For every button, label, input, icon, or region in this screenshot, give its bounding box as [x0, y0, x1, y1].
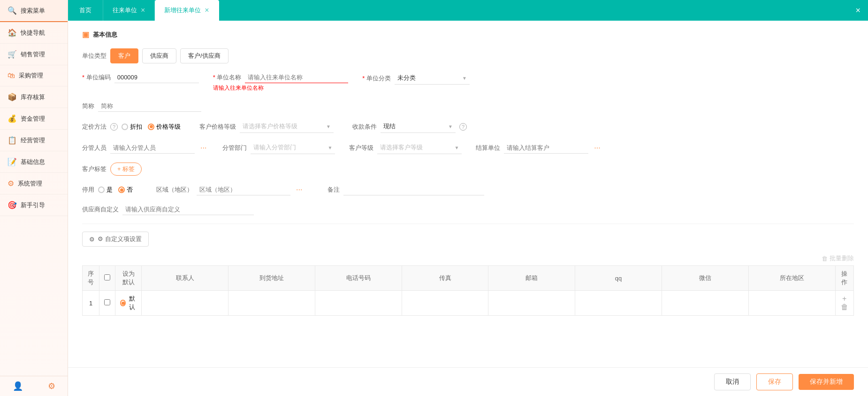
unit-category-select[interactable]: 未分类 ▼ [395, 72, 470, 85]
cell-contact[interactable] [142, 291, 228, 316]
custom-settings-button[interactable]: ⚙ ⚙ 自定义项设置 [82, 232, 149, 247]
supplier-custom-label: 供应商自定义 [82, 205, 119, 214]
close-all-button[interactable]: × [848, 0, 868, 21]
cell-phone[interactable] [315, 291, 402, 316]
disabled-label: 停用 [82, 186, 94, 194]
manager-input[interactable] [110, 142, 195, 154]
cell-qq[interactable] [575, 291, 662, 316]
manager-more-btn[interactable]: ··· [198, 144, 208, 152]
sidebar-item-basic[interactable]: 📝 基础信息 [0, 151, 68, 173]
add-tag-button[interactable]: + 标签 [110, 163, 142, 176]
th-checkbox [99, 266, 115, 291]
settlement-unit-input[interactable] [504, 142, 588, 154]
phone-input[interactable] [320, 298, 397, 309]
sidebar-label-basic: 基础信息 [21, 158, 45, 166]
sidebar-item-operations[interactable]: 📋 经营管理 [0, 130, 68, 151]
radio-disabled-no[interactable]: 否 [118, 186, 133, 194]
address-input[interactable] [233, 298, 310, 309]
sidebar-label-sales: 销售管理 [21, 50, 45, 59]
remark-input[interactable] [343, 184, 484, 195]
user-icon[interactable]: 👤 [13, 381, 23, 391]
sidebar-item-guide[interactable]: 🎯 新手引导 [0, 194, 68, 216]
unit-btn-both[interactable]: 客户/供应商 [180, 48, 228, 63]
contact-input[interactable] [146, 298, 223, 309]
fax-input[interactable] [407, 298, 484, 309]
box-icon: 📦 [8, 93, 17, 101]
radio-price-level[interactable]: 价格等级 [148, 123, 181, 131]
th-contact: 联系人 [142, 266, 228, 291]
chevron-down-icon: ▼ [462, 76, 467, 81]
pricing-method-label: 定价方法 [82, 123, 107, 131]
settlement-unit-label: 结算单位 [476, 144, 500, 152]
remark-label: 备注 [327, 186, 340, 194]
radio-disabled-yes[interactable]: 是 [98, 186, 113, 194]
chevron-down-icon2: ▼ [326, 124, 331, 129]
unit-name-input[interactable] [245, 72, 348, 83]
sidebar-label-finance: 资金管理 [21, 115, 45, 123]
tab-new-partner-close[interactable]: × [205, 6, 209, 15]
payment-help-icon[interactable]: ? [459, 123, 467, 131]
disabled-radio-group: 是 否 [98, 186, 133, 194]
table-row: 1 默认 [83, 291, 854, 316]
sidebar-item-inventory[interactable]: 📦 库存核算 [0, 86, 68, 108]
batch-delete-label[interactable]: 批量删除 [830, 254, 854, 263]
tab-home[interactable]: 首页 [68, 0, 103, 21]
save-and-new-button[interactable]: 保存并新增 [799, 374, 854, 390]
pricing-help-icon[interactable]: ? [110, 123, 118, 131]
unit-type-row: 单位类型 客户 供应商 客户/供应商 [82, 48, 854, 63]
cell-region[interactable] [748, 291, 835, 316]
wechat-input[interactable] [667, 298, 744, 309]
sidebar-item-purchase[interactable]: 🛍 采购管理 [0, 65, 68, 86]
short-name-input[interactable] [98, 101, 201, 112]
tab-partner[interactable]: 往来单位 × [103, 0, 155, 21]
cell-checkbox [99, 291, 115, 316]
sidebar-item-search[interactable]: 🔍 搜索菜单 [0, 0, 68, 22]
unit-code-input[interactable] [114, 72, 199, 83]
settlement-more-btn[interactable]: ··· [592, 144, 602, 152]
supplier-custom-input[interactable] [122, 204, 254, 215]
money-icon: 💰 [8, 114, 17, 123]
sidebar-item-quicknav[interactable]: 🏠 快捷导航 [0, 22, 68, 44]
sidebar-item-sales[interactable]: 🛒 销售管理 [0, 44, 68, 65]
table-select-all[interactable] [104, 274, 110, 280]
tab-bar: 首页 往来单位 × 新增往来单位 × × [68, 0, 868, 21]
disabled-row: 停用 是 否 区域（地区） ··· 备注 [82, 184, 854, 195]
row-default-radio[interactable]: 默认 [120, 295, 137, 311]
th-wechat: 微信 [662, 266, 748, 291]
cell-wechat[interactable] [662, 291, 748, 316]
payment-terms-label: 收款条件 [352, 123, 377, 131]
unit-name-col: * 单位名称 请输入往来单位名称 [213, 72, 349, 92]
tab-partner-close[interactable]: × [141, 6, 145, 15]
email-input[interactable] [493, 298, 570, 309]
row-checkbox[interactable] [104, 299, 110, 305]
sidebar-item-system[interactable]: ⚙ 系统管理 [0, 173, 68, 194]
sidebar-item-finance[interactable]: 💰 资金管理 [0, 108, 68, 130]
pricing-method-field: 定价方法 ? 折扣 价格等级 [82, 123, 181, 131]
unit-btn-customer[interactable]: 客户 [110, 48, 138, 63]
settings-icon[interactable]: ⚙ [48, 381, 55, 391]
delete-icon: 🗑 [822, 255, 828, 262]
tab-new-partner[interactable]: 新增往来单位 × [155, 0, 219, 21]
customer-price-level-select[interactable]: 请选择客户价格等级 ▼ [240, 120, 334, 133]
qq-input[interactable] [580, 298, 657, 309]
manager-label: 分管人员 [82, 144, 107, 152]
sidebar-label-purchase: 采购管理 [19, 71, 43, 80]
region-input[interactable] [197, 184, 290, 195]
main-area: 首页 往来单位 × 新增往来单位 × × ▣ 基本信息 单位类型 客户 供应商 … [68, 0, 868, 396]
unit-btn-supplier[interactable]: 供应商 [142, 48, 176, 63]
row-region-input[interactable] [754, 298, 830, 309]
delete-row-button[interactable]: 🗑 [841, 303, 848, 311]
region-field: 区域（地区） ··· [156, 184, 304, 195]
cancel-button[interactable]: 取消 [714, 373, 751, 390]
th-phone: 电话号码 [315, 266, 402, 291]
customer-level-select[interactable]: 请选择客户等级 ▼ [377, 141, 462, 154]
department-select[interactable]: 请输入分管部门 ▼ [251, 141, 335, 154]
region-more-btn[interactable]: ··· [294, 186, 304, 194]
cell-fax[interactable] [402, 291, 488, 316]
add-row-button[interactable]: + [842, 295, 846, 303]
cell-email[interactable] [488, 291, 575, 316]
save-button[interactable]: 保存 [756, 373, 793, 390]
cell-address[interactable] [228, 291, 315, 316]
radio-discount[interactable]: 折扣 [122, 123, 142, 131]
payment-terms-select[interactable]: 现结 ▼ [381, 120, 456, 133]
